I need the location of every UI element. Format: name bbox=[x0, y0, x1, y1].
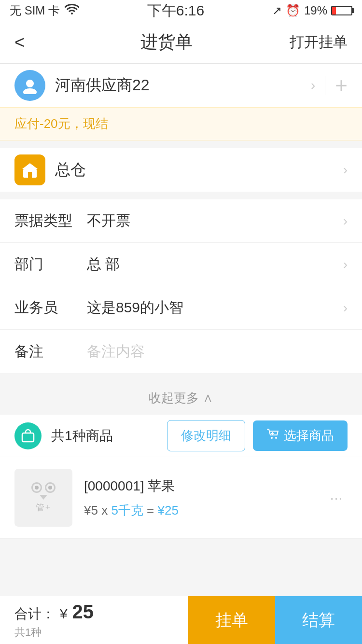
invoice-type-value: 不开票 bbox=[72, 211, 343, 231]
product-section: 共1种商品 修改明细 选择商品 管+ bbox=[0, 415, 362, 539]
total-label: 合计： bbox=[14, 605, 55, 623]
battery-percent: 19% bbox=[304, 4, 327, 17]
svg-point-6 bbox=[271, 437, 273, 439]
location-icon: ↗ bbox=[272, 4, 282, 17]
product-price: ¥5 x 5千克 = ¥25 bbox=[84, 502, 325, 519]
page-title: 进货单 bbox=[140, 30, 193, 54]
product-bag-icon bbox=[14, 422, 42, 449]
department-chevron-icon: › bbox=[343, 257, 348, 272]
add-supplier-button[interactable]: + bbox=[335, 73, 348, 98]
open-pending-button[interactable]: 打开挂单 bbox=[290, 32, 348, 52]
product-title: 苹果 bbox=[148, 478, 175, 493]
price-value: ¥5 bbox=[84, 503, 98, 518]
warehouse-chevron-icon: › bbox=[343, 162, 348, 178]
total-line: 合计： ¥ 25 bbox=[14, 601, 174, 623]
quantity-value: 5千克 bbox=[111, 503, 143, 518]
select-product-label: 选择商品 bbox=[284, 427, 334, 444]
alarm-icon: ⏰ bbox=[286, 4, 300, 17]
product-info: [0000001] 苹果 ¥5 x 5千克 = ¥25 bbox=[84, 477, 325, 519]
salesperson-label: 业务员 bbox=[14, 298, 72, 318]
salesperson-value: 这是859的小智 bbox=[72, 298, 343, 318]
product-header: 共1种商品 修改明细 选择商品 bbox=[0, 415, 362, 457]
nav-bar: < 进货单 打开挂单 bbox=[0, 21, 362, 64]
svg-point-1 bbox=[23, 88, 37, 94]
price-separator: x bbox=[101, 503, 111, 518]
total-symbol: ¥ bbox=[60, 606, 68, 622]
product-item: 管+ [0000001] 苹果 ¥5 x 5千克 = ¥25 ··· bbox=[0, 457, 362, 539]
remark-placeholder: 备注内容 bbox=[72, 342, 348, 362]
suspend-button[interactable]: 挂单 bbox=[188, 596, 275, 644]
total-amount: 25 bbox=[72, 601, 94, 623]
product-code: [0000001] bbox=[84, 478, 144, 493]
main-content: 河南供应商22 › + 应付-20元，现结 总仓 › 票据类型 不开票 › 部门… bbox=[0, 64, 362, 595]
footer-sub-label: 共1种 bbox=[14, 625, 174, 640]
collapse-button[interactable]: 收起更多 ∧ bbox=[0, 381, 362, 415]
status-right: ↗ ⏰ 19% bbox=[272, 4, 352, 17]
warehouse-section: 总仓 › bbox=[0, 148, 362, 192]
salesperson-chevron-icon: › bbox=[343, 300, 348, 316]
supplier-section: 河南供应商22 › + 应付-20元，现结 bbox=[0, 64, 362, 140]
cart-icon bbox=[266, 428, 280, 443]
form-section: 票据类型 不开票 › 部门 总 部 › 业务员 这是859的小智 › 备注 备注… bbox=[0, 199, 362, 373]
checkout-label: 结算 bbox=[302, 609, 335, 631]
battery-icon bbox=[331, 6, 352, 15]
svg-point-7 bbox=[275, 437, 277, 439]
status-left: 无 SIM 卡 bbox=[10, 3, 79, 18]
svg-point-0 bbox=[26, 80, 34, 87]
warehouse-icon bbox=[14, 154, 45, 185]
department-value: 总 部 bbox=[72, 254, 343, 274]
footer-total: 合计： ¥ 25 共1种 bbox=[0, 596, 188, 644]
supplier-row[interactable]: 河南供应商22 › + bbox=[0, 64, 362, 107]
divider bbox=[325, 76, 325, 95]
department-row[interactable]: 部门 总 部 › bbox=[0, 243, 362, 286]
product-name: [0000001] 苹果 bbox=[84, 477, 325, 495]
remark-row[interactable]: 备注 备注内容 bbox=[0, 330, 362, 373]
status-bar: 无 SIM 卡 下午6:16 ↗ ⏰ 19% bbox=[0, 0, 362, 21]
select-product-button[interactable]: 选择商品 bbox=[253, 420, 348, 451]
collapse-label: 收起更多 ∧ bbox=[149, 390, 213, 406]
avatar bbox=[14, 70, 45, 101]
invoice-type-row[interactable]: 票据类型 不开票 › bbox=[0, 199, 362, 243]
wifi-icon bbox=[65, 4, 79, 17]
checkout-button[interactable]: 结算 bbox=[275, 596, 362, 644]
invoice-chevron-icon: › bbox=[343, 213, 348, 229]
warehouse-row[interactable]: 总仓 › bbox=[0, 148, 362, 192]
svg-marker-3 bbox=[22, 163, 38, 169]
suspend-label: 挂单 bbox=[215, 609, 248, 631]
supplier-chevron-icon: › bbox=[311, 78, 315, 93]
salesperson-row[interactable]: 业务员 这是859的小智 › bbox=[0, 286, 362, 330]
svg-rect-4 bbox=[28, 172, 32, 178]
svg-rect-5 bbox=[22, 433, 34, 442]
edit-detail-button[interactable]: 修改明细 bbox=[167, 420, 245, 451]
warning-banner: 应付-20元，现结 bbox=[0, 107, 362, 140]
product-count-label: 共1种商品 bbox=[51, 427, 167, 445]
product-more-button[interactable]: ··· bbox=[325, 484, 348, 512]
department-label: 部门 bbox=[14, 254, 72, 274]
back-button[interactable]: < bbox=[14, 32, 43, 53]
supplier-name: 河南供应商22 bbox=[55, 75, 311, 96]
warehouse-name: 总仓 bbox=[55, 159, 343, 181]
price-equals: = bbox=[147, 503, 157, 518]
total-value: ¥25 bbox=[158, 503, 179, 518]
invoice-type-label: 票据类型 bbox=[14, 211, 72, 231]
remark-label: 备注 bbox=[14, 342, 72, 362]
product-thumbnail: 管+ bbox=[14, 469, 72, 527]
footer: 合计： ¥ 25 共1种 挂单 结算 bbox=[0, 596, 362, 644]
carrier-text: 无 SIM 卡 bbox=[10, 3, 60, 18]
status-time: 下午6:16 bbox=[147, 1, 204, 21]
